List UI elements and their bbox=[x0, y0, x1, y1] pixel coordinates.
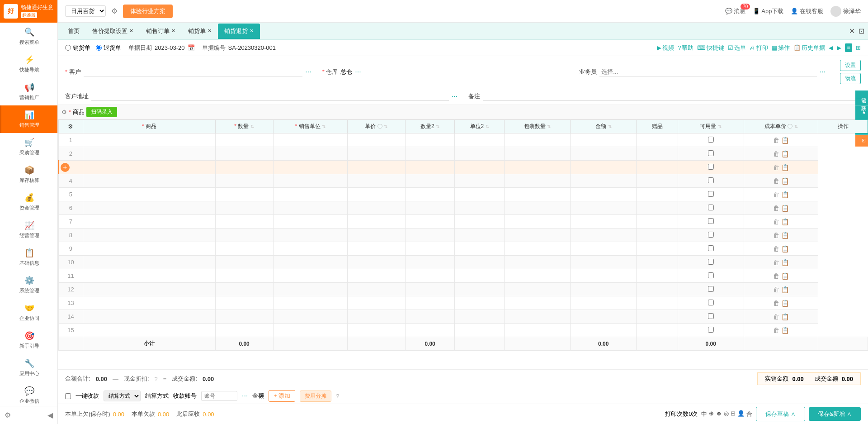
copy-row-btn[interactable]: 📋 bbox=[781, 177, 789, 185]
right-icon-contact[interactable]: 联系 bbox=[855, 98, 868, 106]
delete-row-btn[interactable]: 🗑 bbox=[773, 232, 779, 239]
sidebar-item-0[interactable]: 🔍搜索菜单 bbox=[0, 23, 57, 50]
delete-row-btn[interactable]: 🗑 bbox=[773, 164, 779, 171]
gift-checkbox-cell[interactable] bbox=[678, 174, 744, 188]
staff-dots[interactable]: ··· bbox=[820, 68, 826, 76]
action-cell[interactable]: 🗑📋 bbox=[744, 269, 818, 283]
product-cell[interactable] bbox=[83, 296, 215, 310]
copy-row-btn[interactable]: 📋 bbox=[781, 272, 789, 280]
app-download-link[interactable]: 📱 App下载 bbox=[753, 7, 783, 15]
tool-icon-1[interactable]: 中 bbox=[701, 410, 707, 418]
gift-checkbox[interactable] bbox=[708, 137, 714, 143]
topbar-gear-icon[interactable]: ⚙ bbox=[111, 7, 118, 15]
operate-link[interactable]: ▦ 操作 bbox=[772, 44, 790, 52]
gift-checkbox[interactable] bbox=[708, 313, 714, 319]
gift-checkbox[interactable] bbox=[708, 300, 714, 305]
address-dots[interactable]: ··· bbox=[452, 92, 458, 100]
history-link[interactable]: 📋 历史单据 bbox=[793, 44, 825, 52]
sort-icon[interactable]: ⇅ bbox=[718, 124, 722, 129]
sidebar-item-13[interactable]: 💬企业微信 bbox=[0, 381, 57, 406]
gift-checkbox-cell[interactable] bbox=[678, 201, 744, 215]
col-info-icon[interactable]: ⓘ bbox=[377, 124, 382, 129]
discount-help-icon[interactable]: ? bbox=[155, 376, 158, 382]
copy-row-btn[interactable]: 📋 bbox=[781, 245, 789, 252]
print-link[interactable]: 🖨 打印 bbox=[750, 44, 768, 52]
settings-side-btn[interactable]: 设置 bbox=[840, 60, 861, 71]
gift-checkbox-cell[interactable] bbox=[678, 324, 744, 337]
tool-icon-6[interactable]: 👤 bbox=[737, 410, 745, 418]
address-input[interactable] bbox=[91, 92, 449, 101]
sort-icon[interactable]: ⇅ bbox=[436, 124, 439, 129]
delete-row-btn[interactable]: 🗑 bbox=[773, 259, 779, 266]
tool-icon-5[interactable]: ⊞ bbox=[731, 410, 736, 418]
gift-checkbox[interactable] bbox=[708, 259, 714, 265]
gift-checkbox[interactable] bbox=[708, 286, 714, 292]
product-cell[interactable] bbox=[83, 147, 215, 161]
help-link[interactable]: ? 帮助 bbox=[678, 44, 693, 52]
sidebar-item-5[interactable]: 📦库存核算 bbox=[0, 161, 57, 188]
delete-row-btn[interactable]: 🗑 bbox=[773, 300, 779, 307]
action-cell[interactable]: 🗑📋 bbox=[744, 188, 818, 201]
tab-0[interactable]: 首页 bbox=[61, 24, 86, 39]
gift-checkbox[interactable] bbox=[708, 245, 714, 251]
tab-1[interactable]: 售价提取设置✕ bbox=[86, 24, 140, 39]
action-cell[interactable]: 🗑📋 bbox=[744, 174, 818, 188]
delete-row-btn[interactable]: 🗑 bbox=[773, 137, 779, 144]
copy-row-btn[interactable]: 📋 bbox=[781, 218, 789, 225]
sidebar-item-2[interactable]: 📢营销推广 bbox=[0, 78, 57, 105]
gift-checkbox-cell[interactable] bbox=[678, 229, 744, 242]
action-cell[interactable]: 🗑📋 bbox=[744, 296, 818, 310]
product-cell[interactable] bbox=[83, 174, 215, 188]
gift-checkbox[interactable] bbox=[708, 164, 714, 170]
delete-row-btn[interactable]: 🗑 bbox=[773, 218, 779, 225]
action-cell[interactable]: 🗑📋 bbox=[744, 324, 818, 337]
select-link[interactable]: ☑ 选单 bbox=[728, 44, 746, 52]
delete-row-btn[interactable]: 🗑 bbox=[773, 177, 779, 185]
calendar-icon[interactable]: 📅 bbox=[188, 44, 195, 51]
prev-record-icon[interactable]: ◀ bbox=[829, 44, 833, 51]
warehouse-dots[interactable]: ··· bbox=[355, 68, 361, 76]
view-toggle-list[interactable]: ≡ bbox=[845, 43, 852, 52]
gift-checkbox-cell[interactable] bbox=[678, 242, 744, 256]
sidebar-item-3[interactable]: 📊销售管理 bbox=[0, 105, 57, 133]
product-cell[interactable] bbox=[83, 188, 215, 201]
action-cell[interactable]: 🗑📋 bbox=[744, 242, 818, 256]
product-cell[interactable] bbox=[83, 283, 215, 296]
tool-icon-2[interactable]: ⊕ bbox=[709, 410, 714, 418]
product-cell[interactable] bbox=[83, 242, 215, 256]
fee-split-btn[interactable]: 费用分摊 bbox=[300, 391, 331, 402]
tab-close-4[interactable]: ✕ bbox=[250, 28, 254, 34]
fee-help-icon[interactable]: ? bbox=[336, 393, 339, 400]
gift-checkbox-cell[interactable] bbox=[678, 310, 744, 324]
tool-icon-7[interactable]: 合 bbox=[746, 410, 752, 418]
message-badge[interactable]: 💬 70 消息 bbox=[725, 7, 746, 15]
settlement-select[interactable]: 结算方式 bbox=[104, 391, 141, 401]
action-cell[interactable]: 🗑📋 bbox=[744, 256, 818, 269]
delete-row-btn[interactable]: 🗑 bbox=[773, 327, 779, 334]
gift-checkbox[interactable] bbox=[708, 218, 714, 224]
delete-row-btn[interactable]: 🗑 bbox=[773, 150, 779, 157]
sort-icon[interactable]: ⇅ bbox=[608, 124, 612, 129]
tab-close-1[interactable]: ✕ bbox=[129, 28, 133, 34]
copy-row-btn[interactable]: 📋 bbox=[781, 300, 789, 307]
user-profile[interactable]: 徐泽华 bbox=[830, 6, 861, 17]
sort-icon[interactable]: ⇅ bbox=[250, 124, 254, 129]
sidebar-item-8[interactable]: 📋基础信息 bbox=[0, 243, 57, 271]
sidebar-item-6[interactable]: 💰资金管理 bbox=[0, 188, 57, 216]
sort-icon[interactable]: ⇅ bbox=[486, 124, 489, 129]
gift-checkbox-cell[interactable] bbox=[678, 283, 744, 296]
radio-sale[interactable]: 销货单 bbox=[65, 44, 90, 52]
copy-row-btn[interactable]: 📋 bbox=[781, 205, 789, 212]
action-cell[interactable]: 🗑📋 bbox=[744, 310, 818, 324]
radio-return[interactable]: 退货单 bbox=[96, 44, 121, 52]
copy-row-btn[interactable]: 📋 bbox=[781, 286, 789, 293]
gift-checkbox-cell[interactable] bbox=[678, 133, 744, 147]
copy-row-btn[interactable]: 📋 bbox=[781, 327, 789, 334]
gift-checkbox[interactable] bbox=[708, 232, 714, 238]
row-settings-icon[interactable]: ⚙ bbox=[68, 123, 73, 130]
gift-checkbox[interactable] bbox=[708, 272, 714, 278]
delete-row-btn[interactable]: 🗑 bbox=[773, 191, 779, 198]
delete-row-btn[interactable]: 🗑 bbox=[773, 286, 779, 293]
expand-icon[interactable]: ⊡ bbox=[859, 27, 864, 35]
gift-checkbox-cell[interactable] bbox=[678, 161, 744, 174]
